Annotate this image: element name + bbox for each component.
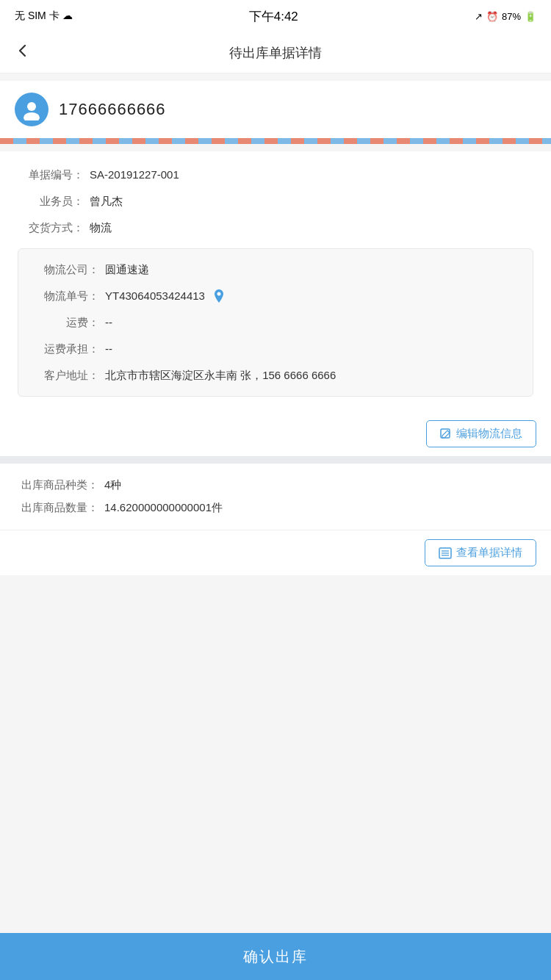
goods-types-label: 出库商品种类： xyxy=(18,478,98,492)
tracking-number-label: 物流单号： xyxy=(33,287,99,305)
freight-bearer-row: 运费承担： -- xyxy=(33,340,518,358)
goods-quantity-label: 出库商品数量： xyxy=(18,501,98,515)
goods-quantity-value: 14.620000000000001件 xyxy=(98,501,223,515)
delivery-method-row: 交货方式： 物流 xyxy=(18,219,533,237)
salesperson-label: 业务员： xyxy=(18,192,84,210)
address-label: 客户地址： xyxy=(33,367,99,384)
delivery-method-value: 物流 xyxy=(84,219,533,237)
confirm-button-label: 确认出库 xyxy=(243,947,308,967)
salesperson-value: 曾凡杰 xyxy=(84,192,533,210)
goods-quantity-row: 出库商品数量： 14.620000000000001件 xyxy=(18,501,533,515)
svg-point-0 xyxy=(27,102,36,111)
bottom-spacer xyxy=(0,575,551,634)
delivery-method-label: 交货方式： xyxy=(18,219,84,237)
view-detail-button-container: 查看单据详情 xyxy=(0,530,551,575)
location-icon[interactable] xyxy=(211,288,227,304)
status-time: 下午4:42 xyxy=(249,8,298,25)
address-row: 客户地址： 北京市市辖区海淀区永丰南 张，156 6666 6666 xyxy=(33,367,518,384)
logistics-card: 物流公司： 圆通速递 物流单号： YT43064053424413 运费： --… xyxy=(18,248,533,397)
edit-logistics-button[interactable]: 编辑物流信息 xyxy=(426,420,536,447)
goods-types-value: 4种 xyxy=(98,478,121,492)
freight-row: 运费： -- xyxy=(33,314,518,331)
avatar xyxy=(15,93,48,126)
edit-logistics-label: 编辑物流信息 xyxy=(456,427,522,441)
location-icon: ↗ xyxy=(475,11,483,22)
order-number-label: 单据编号： xyxy=(18,166,84,184)
svg-point-1 xyxy=(24,112,40,120)
tracking-number-value: YT43064053424413 xyxy=(99,287,518,305)
goods-types-row: 出库商品种类： 4种 xyxy=(18,478,533,492)
salesperson-row: 业务员： 曾凡杰 xyxy=(18,192,533,210)
status-right: ↗ ⏰ 87% 🔋 xyxy=(475,11,536,22)
freight-value: -- xyxy=(99,314,518,331)
sim-status: 无 SIM 卡 ☁ xyxy=(15,10,73,23)
logistics-company-label: 物流公司： xyxy=(33,261,99,278)
back-button[interactable] xyxy=(9,37,37,69)
tracking-number-row: 物流单号： YT43064053424413 xyxy=(33,287,518,305)
section-divider xyxy=(0,456,551,464)
battery-icon: 🔋 xyxy=(525,11,536,22)
status-bar: 无 SIM 卡 ☁ 下午4:42 ↗ ⏰ 87% 🔋 xyxy=(0,0,551,32)
order-number-value: SA-20191227-001 xyxy=(84,166,533,184)
status-left: 无 SIM 卡 ☁ xyxy=(15,10,73,23)
customer-phone: 17666666666 xyxy=(59,100,166,119)
edit-button-container: 编辑物流信息 xyxy=(0,411,551,456)
order-number-row: 单据编号： SA-20191227-001 xyxy=(18,166,533,184)
view-detail-button[interactable]: 查看单据详情 xyxy=(425,539,536,566)
customer-header: 17666666666 xyxy=(0,81,551,138)
svg-point-2 xyxy=(217,292,220,296)
list-icon xyxy=(439,547,452,559)
logistics-company-row: 物流公司： 圆通速递 xyxy=(33,261,518,278)
freight-bearer-value: -- xyxy=(99,340,518,358)
decorative-border xyxy=(0,138,551,144)
logistics-company-value: 圆通速递 xyxy=(99,261,518,278)
confirm-outbound-button[interactable]: 确认出库 xyxy=(0,933,551,980)
alarm-icon: ⏰ xyxy=(486,11,498,22)
page-title: 待出库单据详情 xyxy=(229,44,322,62)
battery-level: 87% xyxy=(502,11,521,22)
order-info-section: 单据编号： SA-20191227-001 业务员： 曾凡杰 交货方式： 物流 … xyxy=(0,151,551,411)
view-detail-label: 查看单据详情 xyxy=(456,546,522,560)
goods-section: 出库商品种类： 4种 出库商品数量： 14.620000000000001件 xyxy=(0,464,551,530)
nav-bar: 待出库单据详情 xyxy=(0,32,551,73)
freight-label: 运费： xyxy=(33,314,99,331)
address-value: 北京市市辖区海淀区永丰南 张，156 6666 6666 xyxy=(99,367,518,384)
freight-bearer-label: 运费承担： xyxy=(33,340,99,358)
edit-icon xyxy=(440,428,452,440)
